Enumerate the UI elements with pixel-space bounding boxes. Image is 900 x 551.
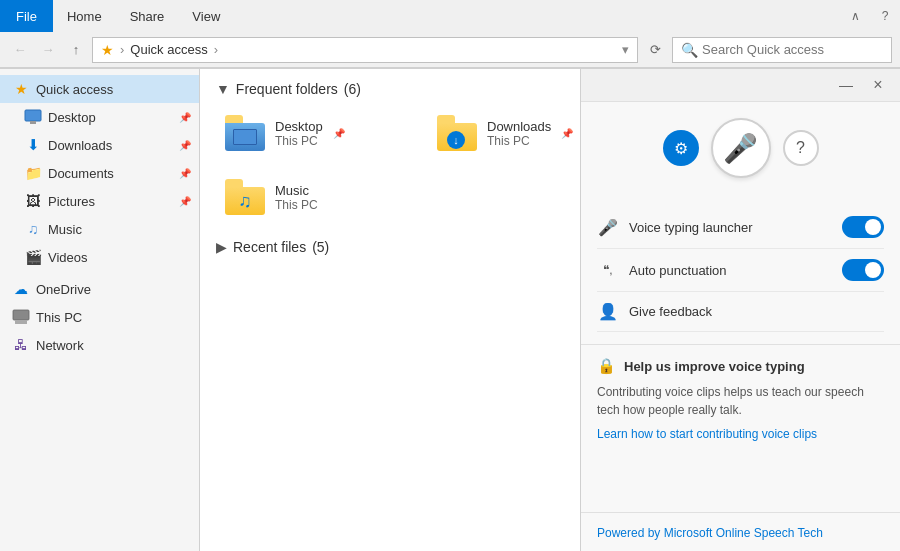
setting-label: Voice typing launcher (629, 220, 832, 235)
star-icon: ★ (12, 80, 30, 98)
close-button[interactable]: × (864, 73, 892, 97)
sidebar-item-onedrive[interactable]: ☁ OneDrive (0, 275, 199, 303)
svg-rect-0 (25, 110, 41, 121)
address-path: Quick access (130, 42, 207, 57)
voice-typing-launcher-toggle[interactable] (842, 216, 884, 238)
sidebar-item-label: Videos (48, 250, 191, 265)
sidebar-item-videos[interactable]: 🎬 Videos (0, 243, 199, 271)
sidebar-section-onedrive: ☁ OneDrive This PC 🖧 Network (0, 273, 199, 361)
footer-link[interactable]: Powered by Microsoft Online Speech Tech (597, 526, 823, 540)
sidebar-item-label: Pictures (48, 194, 173, 209)
folder-desktop-info: Desktop This PC (275, 119, 323, 148)
folder-pin-icon: 📌 (333, 128, 345, 139)
address-input[interactable]: ★ › Quick access › ▾ (92, 37, 638, 63)
tab-file[interactable]: File (0, 0, 53, 32)
downloads-icon: ⬇ (24, 136, 42, 154)
recent-files-count: (5) (312, 239, 329, 255)
content-area: ▼ Frequent folders (6) Desktop This PC (200, 69, 900, 551)
search-box[interactable]: 🔍 (672, 37, 892, 63)
gear-button[interactable]: ⚙ (663, 130, 699, 166)
folder-name: Music (275, 183, 318, 198)
address-star-icon: ★ (101, 42, 114, 58)
punctuation-icon: ❝, (597, 263, 619, 277)
sidebar-item-documents[interactable]: 📁 Documents 📌 (0, 159, 199, 187)
sidebar-item-desktop[interactable]: Desktop 📌 (0, 103, 199, 131)
auto-punctuation-toggle[interactable] (842, 259, 884, 281)
pin-icon: 📌 (179, 196, 191, 207)
microphone-icon: 🎤 (597, 218, 619, 237)
voice-panel-header: — × (581, 69, 900, 102)
folder-sub: This PC (275, 134, 323, 148)
folder-music-icon: ♫ (225, 179, 265, 215)
sidebar: ★ Quick access Desktop 📌 ⬇ Downloads 📌 📁… (0, 69, 200, 551)
refresh-button[interactable]: ⟳ (642, 37, 668, 63)
address-chevron-icon[interactable]: ▾ (622, 42, 629, 57)
settings-section: 🎤 Voice typing launcher ❝, Auto punctuat… (581, 194, 900, 344)
main-layout: ★ Quick access Desktop 📌 ⬇ Downloads 📌 📁… (0, 69, 900, 551)
frequent-folders-count: (6) (344, 81, 361, 97)
pictures-icon: 🖼 (24, 192, 42, 210)
documents-icon: 📁 (24, 164, 42, 182)
sidebar-item-label: OneDrive (36, 282, 191, 297)
chevron-down-icon[interactable]: ▼ (216, 81, 230, 97)
up-button[interactable]: ↑ (64, 38, 88, 62)
folder-downloads-icon: ↓ (437, 115, 477, 151)
sidebar-item-label: Downloads (48, 138, 173, 153)
voice-panel: — × ⚙ 🎤 ? 🎤 Voice typing launcher ❝, (580, 69, 900, 551)
help-button[interactable]: ? (783, 130, 819, 166)
search-input[interactable] (702, 42, 883, 57)
voice-panel-body: ⚙ 🎤 ? 🎤 Voice typing launcher ❝, Auto pu… (581, 102, 900, 512)
minimize-button[interactable]: — (832, 73, 860, 97)
sidebar-item-label: Network (36, 338, 191, 353)
folder-sub: This PC (275, 198, 318, 212)
give-feedback-button[interactable]: 👤 Give feedback (597, 292, 884, 332)
setting-label: Auto punctuation (629, 263, 832, 278)
recent-files-title: Recent files (233, 239, 306, 255)
this-pc-icon (12, 308, 30, 326)
svg-rect-3 (15, 320, 27, 324)
tab-bar: File Home Share View ∧ ? (0, 0, 900, 32)
folder-desktop[interactable]: Desktop This PC 📌 (216, 107, 416, 159)
chevron-right-icon[interactable]: ▶ (216, 239, 227, 255)
music-icon: ♫ (24, 220, 42, 238)
pin-icon: 📌 (179, 140, 191, 151)
folder-name: Desktop (275, 119, 323, 134)
panel-footer: Powered by Microsoft Online Speech Tech (581, 512, 900, 551)
tab-share[interactable]: Share (116, 0, 179, 32)
tab-view[interactable]: View (178, 0, 234, 32)
network-icon: 🖧 (12, 336, 30, 354)
ribbon: File Home Share View ∧ ? ← → ↑ ★ › Quick… (0, 0, 900, 69)
back-button[interactable]: ← (8, 38, 32, 62)
folder-sub: This PC (487, 134, 551, 148)
setting-auto-punctuation: ❝, Auto punctuation (597, 249, 884, 292)
sidebar-item-music[interactable]: ♫ Music (0, 215, 199, 243)
sidebar-item-this-pc[interactable]: This PC (0, 303, 199, 331)
forward-button[interactable]: → (36, 38, 60, 62)
folder-music-info: Music This PC (275, 183, 318, 212)
sidebar-item-label: Quick access (36, 82, 191, 97)
sidebar-item-pictures[interactable]: 🖼 Pictures 📌 (0, 187, 199, 215)
onedrive-icon: ☁ (12, 280, 30, 298)
improve-header: 🔒 Help us improve voice typing (597, 357, 884, 375)
sidebar-item-downloads[interactable]: ⬇ Downloads 📌 (0, 131, 199, 159)
tab-home[interactable]: Home (53, 0, 116, 32)
address-separator2: › (214, 42, 218, 57)
pin-icon: 📌 (179, 112, 191, 123)
microphone-button[interactable]: 🎤 (711, 118, 771, 178)
improve-link[interactable]: Learn how to start contributing voice cl… (597, 427, 884, 441)
sidebar-item-label: Documents (48, 166, 173, 181)
sidebar-item-network[interactable]: 🖧 Network (0, 331, 199, 359)
feedback-icon: 👤 (597, 302, 619, 321)
videos-icon: 🎬 (24, 248, 42, 266)
search-icon: 🔍 (681, 42, 698, 58)
lock-icon: 🔒 (597, 357, 616, 375)
help-button[interactable]: ? (870, 1, 900, 31)
svg-rect-2 (13, 310, 29, 320)
voice-controls: ⚙ 🎤 ? (581, 102, 900, 194)
sidebar-item-quick-access[interactable]: ★ Quick access (0, 75, 199, 103)
folder-music[interactable]: ♫ Music This PC (216, 171, 416, 223)
setting-voice-typing-launcher: 🎤 Voice typing launcher (597, 206, 884, 249)
folder-downloads-info: Downloads This PC (487, 119, 551, 148)
ribbon-collapse-button[interactable]: ∧ (840, 1, 870, 31)
sidebar-item-label: Desktop (48, 110, 173, 125)
